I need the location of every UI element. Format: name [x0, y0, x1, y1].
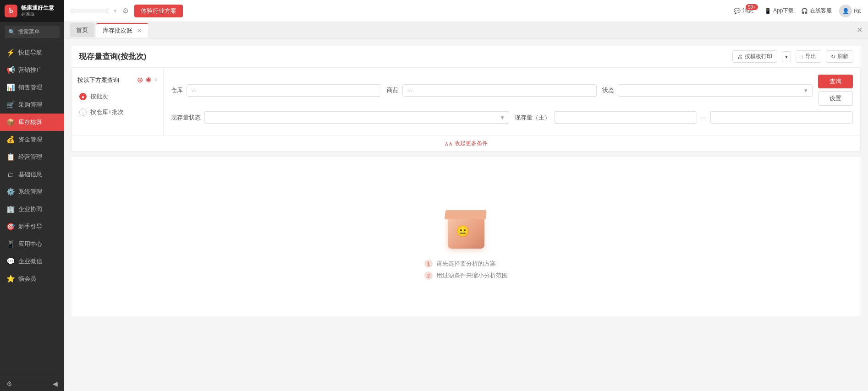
print-dropdown-button[interactable]: ▾ [782, 51, 791, 62]
main-content: ▾ ⚙ 体验行业方案 💬 消息 99+ 📱 App下载 🎧 在线客服 👤 [64, 0, 868, 391]
sidebar-search-area: 🔍 搜索菜单 [0, 22, 64, 42]
printer-icon: 🖨 [737, 54, 743, 60]
sidebar-item-basics[interactable]: 🗂 基础信息 [0, 166, 64, 183]
sidebar-item-inventory[interactable]: 📦 库存核算 [0, 114, 64, 131]
sidebar-label-inventory: 库存核算 [18, 118, 42, 126]
tabs-bar: 首页 库存批次账 ✕ ✕ [64, 22, 868, 38]
purchase-icon: 🛒 [6, 101, 15, 109]
sidebar-item-purchase[interactable]: 🛒 采购管理 [0, 96, 64, 114]
settings-button[interactable]: 设置 [818, 91, 853, 106]
inventory-status-select[interactable]: ▾ [204, 111, 509, 124]
product-input[interactable]: ··· [402, 84, 597, 97]
sidebar-label-enterprise-wechat: 企业微信 [18, 257, 42, 266]
tip-text-1: 请先选择要分析的方案 [436, 260, 496, 268]
status-label: 状态 [602, 86, 614, 94]
tab-close-icon[interactable]: ✕ [137, 27, 142, 34]
sidebar-label-members: 畅会员 [18, 275, 36, 283]
tip-number-1: 1 [424, 260, 433, 268]
sidebar-item-new-guide[interactable]: 🎯 新手引导 [0, 218, 64, 235]
sidebar-item-operations[interactable]: 📋 经营管理 [0, 148, 64, 166]
sidebar-footer: ⚙ ◀ [0, 376, 64, 391]
sidebar-collapse-button[interactable]: ◀ [53, 380, 58, 387]
sidebar-item-sales[interactable]: 📊 销售管理 [0, 79, 64, 96]
search-icon: 🔍 [8, 29, 15, 35]
inventory-qty-range: — [554, 111, 853, 124]
app-download-button[interactable]: 📱 App下载 [764, 7, 794, 15]
sidebar-item-finance[interactable]: 💰 资金管理 [0, 131, 64, 148]
tab-inventory-batch-label: 库存批次账 [103, 27, 132, 35]
sidebar-label-new-guide: 新手引导 [18, 223, 42, 231]
gear-icon[interactable]: ⚙ [122, 6, 129, 15]
sidebar-label-operations: 经营管理 [18, 153, 42, 161]
product-label: 商品 [387, 86, 399, 94]
page-title-actions: 🖨 按模板打印 ▾ ↑ 导出 ↻ 刷新 [732, 50, 853, 63]
user-profile[interactable]: 👤 Rit [839, 5, 861, 17]
sidebar-item-marketing[interactable]: 📢 营销推广 [0, 61, 64, 79]
sidebar-item-enterprise[interactable]: 🏢 企业协同 [0, 201, 64, 218]
dropdown-arrow-icon: ▾ [114, 7, 117, 14]
filter-scheme-sidebar: 按以下方案查询 ⊕ ◉ « ● 按批次 ○ 按仓库+批次 [72, 68, 164, 136]
new-guide-icon: 🎯 [6, 223, 15, 231]
message-icon: 💬 [734, 8, 741, 14]
inventory-qty-min-input[interactable] [554, 111, 697, 124]
collapse-more-btn[interactable]: ∧∧ 收起更多条件 [72, 136, 860, 151]
inventory-status-field: 现存量状态 ▾ [171, 111, 509, 124]
app-logo: b [5, 5, 17, 17]
filter-main-fields: 仓库 ··· 商品 ··· 状态 [164, 68, 860, 136]
enterprise-wechat-icon: 💬 [6, 257, 15, 266]
topbar: ▾ ⚙ 体验行业方案 💬 消息 99+ 📱 App下载 🎧 在线客服 👤 [64, 0, 868, 22]
refresh-button[interactable]: ↻ 刷新 [826, 50, 853, 63]
user-avatar-icon: 👤 [842, 8, 849, 14]
filter-collapse-arrow-icon[interactable]: « [154, 76, 158, 84]
trial-btn[interactable]: 体验行业方案 [134, 5, 183, 17]
empty-box-face-icon: 😐 [456, 225, 470, 238]
filter-panel-inner: 按以下方案查询 ⊕ ◉ « ● 按批次 ○ 按仓库+批次 [72, 68, 860, 136]
sidebar-label-marketing: 营销推广 [18, 66, 42, 74]
enterprise-icon: 🏢 [6, 205, 15, 213]
query-button[interactable]: 查询 [818, 75, 853, 88]
tab-home[interactable]: 首页 [70, 23, 94, 37]
refresh-label: 刷新 [837, 53, 848, 60]
search-menu-button[interactable]: 🔍 搜索菜单 [5, 26, 60, 38]
tab-inventory-batch[interactable]: 库存批次账 ✕ [96, 23, 148, 38]
warehouse-dots: ··· [192, 87, 197, 94]
add-scheme-icon[interactable]: ⊕ [137, 76, 143, 84]
inventory-qty-max-input[interactable] [710, 111, 853, 124]
sidebar-label-enterprise: 企业协同 [18, 205, 42, 213]
online-service-button[interactable]: 🎧 在线客服 [801, 7, 832, 15]
sidebar-label-basics: 基础信息 [18, 170, 42, 179]
empty-tip-2: 2 用过滤条件来缩小分析范围 [424, 272, 508, 280]
sidebar-menu: ⚡ 快捷导航 📢 营销推广 📊 销售管理 🛒 采购管理 📦 库存核算 💰 [0, 42, 64, 289]
scheme-item-warehouse-batch[interactable]: ○ 按仓库+批次 [72, 104, 163, 120]
sidebar-settings-button[interactable]: ⚙ [6, 380, 12, 387]
tabs-close-all-button[interactable]: ✕ [857, 26, 863, 34]
quick-nav-icon: ⚡ [6, 49, 15, 57]
basics-icon: 🗂 [6, 170, 15, 179]
sidebar-item-members[interactable]: ⭐ 畅会员 [0, 270, 64, 288]
scheme-item-batch[interactable]: ● 按批次 [72, 89, 163, 104]
action-buttons: 查询 设置 [818, 75, 853, 106]
sidebar-item-quick-nav[interactable]: ⚡ 快捷导航 [0, 44, 64, 61]
export-button[interactable]: ↑ 导出 [796, 50, 821, 63]
product-dots: ··· [407, 87, 412, 94]
sidebar-item-enterprise-wechat[interactable]: 💬 企业微信 [0, 253, 64, 270]
sidebar-header: b 畅康通好生意 标准版 [0, 0, 64, 22]
collapse-icon: ◀ [53, 380, 58, 387]
phone-icon: 📱 [764, 8, 771, 14]
warehouse-input[interactable]: ··· [187, 84, 381, 97]
empty-box-graphic: 😐 [448, 217, 484, 249]
sidebar-item-system[interactable]: ⚙️ 系统管理 [0, 183, 64, 201]
topbar-input[interactable] [71, 9, 108, 13]
online-service-label: 在线客服 [810, 7, 832, 15]
sidebar-menu-scroll: 🔍 搜索菜单 ⚡ 快捷导航 📢 营销推广 📊 销售管理 🛒 采购管理 [0, 22, 64, 376]
sidebar-item-app-center[interactable]: 📱 应用中心 [0, 235, 64, 253]
system-icon: ⚙️ [6, 188, 15, 196]
tip-number-2: 2 [424, 272, 433, 280]
empty-illustration: 😐 [439, 194, 494, 249]
print-button[interactable]: 🖨 按模板打印 [732, 50, 777, 63]
scheme-settings-icon[interactable]: ◉ [146, 76, 151, 84]
headset-icon: 🎧 [801, 8, 808, 14]
messages-button[interactable]: 💬 消息 99+ [734, 7, 753, 15]
status-select[interactable]: ▾ [618, 84, 813, 97]
user-name: Rit [854, 8, 861, 14]
